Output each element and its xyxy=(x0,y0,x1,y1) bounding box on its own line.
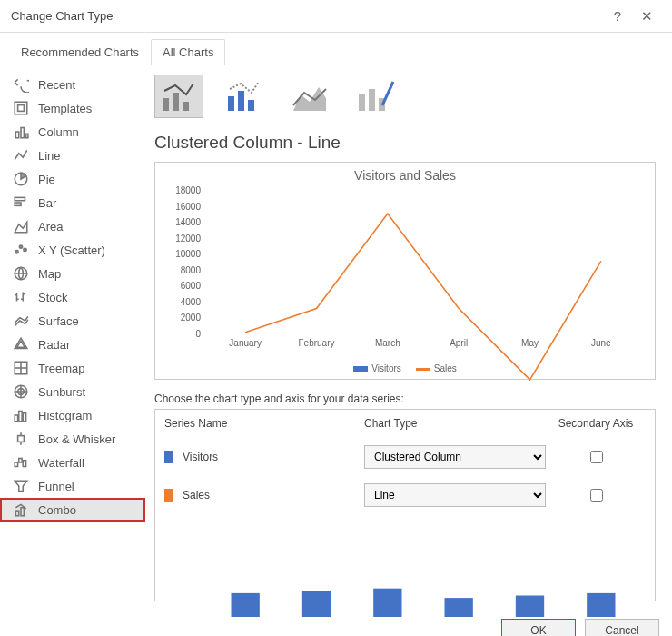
pie-icon xyxy=(13,172,29,186)
treemap-icon xyxy=(13,361,29,375)
x-tick: March xyxy=(361,338,415,348)
sidebar-item-label: Area xyxy=(38,220,63,234)
svg-rect-30 xyxy=(23,461,25,467)
column-icon xyxy=(13,124,29,139)
chart-preview-title: Visitors and Sales xyxy=(155,163,655,183)
content-pane: Clustered Column - Line Visitors and Sal… xyxy=(145,65,672,611)
svg-rect-36 xyxy=(183,102,189,111)
help-button[interactable]: ? xyxy=(603,8,632,24)
x-tick: May xyxy=(503,338,558,348)
sidebar-item-label: Box & Whisker xyxy=(38,432,115,446)
scatter-icon xyxy=(13,243,29,257)
sidebar-item-label: Column xyxy=(38,125,79,139)
svg-point-11 xyxy=(24,248,26,251)
svg-rect-33 xyxy=(21,508,24,516)
ok-button[interactable]: OK xyxy=(501,619,576,637)
y-tick: 16000 xyxy=(168,201,201,211)
subtype-custom-combo[interactable] xyxy=(351,75,400,118)
sidebar-item-stock[interactable]: Stock xyxy=(0,285,145,309)
chart-category-list: RecentTemplatesColumnLinePieBarAreaX Y (… xyxy=(0,65,145,611)
histogram-icon xyxy=(13,408,29,422)
sidebar-item-area[interactable]: Area xyxy=(0,214,145,238)
x-tick: April xyxy=(431,338,486,348)
sidebar-item-treemap[interactable]: Treemap xyxy=(0,356,145,380)
radar-icon xyxy=(13,337,29,352)
sidebar-item-x-y-scatter-[interactable]: X Y (Scatter) xyxy=(0,238,145,262)
svg-rect-7 xyxy=(15,203,21,205)
sidebar-item-label: Recent xyxy=(38,78,75,92)
sidebar-item-column[interactable]: Column xyxy=(0,120,145,144)
svg-rect-41 xyxy=(359,94,365,111)
sidebar-item-radar[interactable]: Radar xyxy=(0,333,145,356)
series-color-chip xyxy=(164,489,173,502)
svg-rect-2 xyxy=(15,132,18,138)
y-tick: 4000 xyxy=(168,296,201,306)
svg-rect-32 xyxy=(15,511,18,516)
sidebar-item-label: Histogram xyxy=(38,409,92,422)
sidebar-item-waterfall[interactable]: Waterfall xyxy=(0,451,145,474)
sidebar-item-recent[interactable]: Recent xyxy=(0,73,145,96)
svg-marker-31 xyxy=(15,481,27,491)
surface-icon xyxy=(13,313,29,328)
sidebar-item-funnel[interactable]: Funnel xyxy=(0,474,145,498)
subtype-area-line[interactable] xyxy=(285,75,334,118)
y-tick: 6000 xyxy=(168,281,201,291)
sidebar-item-box-whisker[interactable]: Box & Whisker xyxy=(0,427,145,451)
sidebar-item-label: Sunburst xyxy=(38,385,85,399)
svg-rect-34 xyxy=(163,98,169,111)
bar xyxy=(516,596,544,618)
map-icon xyxy=(13,266,29,281)
bar xyxy=(302,591,331,617)
stock-icon xyxy=(13,290,29,304)
tab-recommended[interactable]: Recommended Charts xyxy=(9,39,151,65)
x-tick: January xyxy=(218,338,272,348)
svg-rect-25 xyxy=(18,436,25,442)
subtype-clustered-column-line[interactable] xyxy=(154,75,203,118)
sidebar-item-label: Stock xyxy=(38,291,68,304)
svg-rect-22 xyxy=(15,415,17,422)
svg-rect-28 xyxy=(15,462,17,467)
window-title: Change Chart Type xyxy=(11,9,603,23)
close-button[interactable]: ✕ xyxy=(632,8,661,25)
sidebar-item-line[interactable]: Line xyxy=(0,144,145,167)
line-series xyxy=(245,214,601,380)
y-tick: 0 xyxy=(168,329,201,339)
chart-preview[interactable]: Visitors and Sales 020004000600080001000… xyxy=(154,162,656,380)
sidebar-item-bar[interactable]: Bar xyxy=(0,191,145,214)
line-icon xyxy=(13,148,29,163)
y-tick: 14000 xyxy=(168,217,201,227)
sidebar-item-pie[interactable]: Pie xyxy=(0,167,145,191)
sidebar-item-templates[interactable]: Templates xyxy=(0,96,145,120)
series-name: Sales xyxy=(183,489,210,502)
svg-rect-35 xyxy=(173,93,179,111)
sidebar-item-label: X Y (Scatter) xyxy=(38,243,105,257)
bar xyxy=(587,593,615,617)
sidebar-item-sunburst[interactable]: Sunburst xyxy=(0,380,145,403)
titlebar: Change Chart Type ? ✕ xyxy=(0,0,672,33)
x-tick: February xyxy=(290,338,344,348)
svg-rect-42 xyxy=(369,89,375,111)
svg-point-9 xyxy=(15,251,18,253)
box-icon xyxy=(13,432,29,446)
waterfall-icon xyxy=(13,455,29,470)
sidebar-item-label: Treemap xyxy=(38,362,85,375)
subtype-stacked-column-line[interactable] xyxy=(220,75,269,118)
dialog-body: RecentTemplatesColumnLinePieBarAreaX Y (… xyxy=(0,65,672,611)
combo-icon xyxy=(13,502,29,517)
sidebar-item-map[interactable]: Map xyxy=(0,262,145,285)
sidebar-item-histogram[interactable]: Histogram xyxy=(0,403,145,427)
funnel-icon xyxy=(13,479,29,493)
y-tick: 18000 xyxy=(168,185,201,195)
subtype-row xyxy=(154,75,656,118)
svg-marker-8 xyxy=(15,223,27,233)
bar xyxy=(373,589,401,617)
svg-rect-0 xyxy=(15,102,27,114)
tabs: Recommended Charts All Charts xyxy=(0,33,672,65)
tab-all-charts[interactable]: All Charts xyxy=(151,39,225,65)
svg-rect-23 xyxy=(19,412,22,422)
cancel-button[interactable]: Cancel xyxy=(585,619,659,637)
svg-rect-39 xyxy=(248,100,254,111)
sidebar-item-surface[interactable]: Surface xyxy=(0,309,145,333)
sidebar-item-combo[interactable]: Combo xyxy=(0,498,145,522)
svg-rect-1 xyxy=(18,105,25,112)
